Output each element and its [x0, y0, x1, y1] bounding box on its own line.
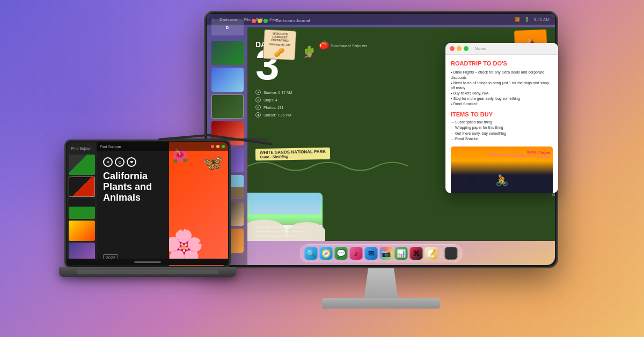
slide-right-panel: 🌸 🦋 🌺	[169, 142, 228, 266]
slide-icon-3: ❤	[127, 157, 136, 167]
slide-icon-2: ⊙	[115, 157, 125, 167]
ipad-frame: Find Sojourn Find Sojourn	[64, 140, 231, 268]
key	[125, 270, 148, 274]
macos-dock: 🔍 🧭 💬 ♪ ✉ 📷 📊 ⌘ 📝	[300, 244, 463, 262]
notes-list-item-2: Wrapping paper for this thing	[451, 125, 553, 131]
journal-app-title: Darkroom Journal	[276, 18, 310, 23]
pistachio-location: Alamogordo, NM	[269, 42, 290, 47]
dock-numbers[interactable]: 📊	[395, 247, 408, 260]
dock-music[interactable]: ♪	[350, 247, 363, 260]
journal-titlebar: Darkroom Journal	[247, 14, 555, 27]
ipad-main-content: Find Sojourn ✕ ⊙ ❤	[97, 142, 228, 266]
monitor-container:  Darkroom File Edit View 📶 🔋 9:41 AM D	[204, 11, 569, 322]
slide-main-title: California Plants and Animals	[103, 171, 163, 203]
monitor-stand-neck	[360, 268, 402, 301]
ipad-sidebar: Find Sojourn	[67, 142, 97, 266]
ipad-thumb-1[interactable]	[69, 155, 95, 175]
key	[101, 270, 124, 274]
notes-close-btn[interactable]	[450, 46, 455, 51]
ipad-screen: Find Sojourn Find Sojourn	[67, 142, 228, 266]
slide-icons-row: ✕ ⊙ ❤	[103, 157, 163, 167]
notes-min-btn[interactable]	[457, 46, 462, 51]
sidebar-thumb-3[interactable]	[211, 94, 244, 119]
wavy-path	[247, 156, 408, 177]
ipad-presentation-slide: ✕ ⊙ ❤ California Plants and Animals 2022…	[97, 142, 228, 266]
close-button[interactable]	[252, 19, 256, 23]
monitor-stand-base	[322, 298, 440, 309]
cyclist-icon: 🚴	[495, 174, 509, 187]
ipad-dot-green	[222, 145, 225, 148]
dock-safari[interactable]: 🧭	[320, 247, 333, 260]
notes-section-title: ITEMS TO BUY	[451, 111, 553, 118]
ipad-bottom-bar	[67, 259, 228, 265]
ipad-sidebar-header: Find Sojourn	[69, 145, 95, 151]
dock-messages[interactable]: 💬	[335, 247, 348, 260]
notes-list-item-1: Subscription box thing	[451, 120, 553, 126]
pistachio-sticker: WORLD'S LARGEST PISTACHIO Alamogordo, NM…	[263, 29, 297, 60]
butterfly-decoration: 🦋	[203, 153, 223, 172]
notes-image: 🚴 #Don't forget Add photo of this locati…	[451, 146, 553, 193]
notes-max-btn[interactable]	[464, 46, 469, 51]
notes-title-bar-text: Notes	[475, 46, 486, 51]
dont-forget-note: #Don't forget Add photo of this location…	[487, 148, 551, 159]
ipad-app-name: Find Sojourn	[100, 145, 121, 149]
ipad-dot-yellow	[216, 145, 219, 148]
slide-icon-1: ✕	[103, 157, 113, 167]
laptop-keyboard-base	[59, 267, 236, 277]
ipad-container: Find Sojourn Find Sojourn	[64, 140, 236, 290]
notes-titlebar: Notes	[445, 43, 558, 55]
notes-window[interactable]: Notes ROADTRIP TO DO'S • Drink Flights –…	[445, 43, 558, 193]
journal-description: 4 sentence description with wordsabout t…	[255, 225, 552, 238]
notes-list-item-4: Road Snacks!!	[451, 136, 553, 142]
notes-main-title: ROADTRIP TO DO'S	[451, 60, 553, 67]
dock-notes[interactable]: 📝	[425, 247, 438, 260]
ipad-thumb-4[interactable]	[69, 221, 95, 241]
dock-photos[interactable]: 📷	[380, 247, 393, 260]
ipad-thumb-3[interactable]	[69, 199, 95, 219]
key	[77, 270, 100, 274]
maximize-button[interactable]	[264, 19, 268, 23]
sidebar-thumb-2[interactable]	[211, 68, 244, 92]
notes-list-item-3: Get there early, buy something	[451, 131, 553, 137]
ipad-dot-red	[211, 145, 214, 148]
sidebar-thumb-1[interactable]	[211, 41, 244, 65]
dock-mail[interactable]: ✉	[365, 247, 378, 260]
ipad-top-controls	[211, 145, 225, 148]
keyboard-area	[59, 267, 236, 277]
key	[195, 270, 218, 274]
slide-left-panel: ✕ ⊙ ❤ California Plants and Animals 2022	[97, 142, 169, 266]
spacebar	[148, 270, 194, 274]
dock-divider	[441, 248, 442, 259]
ipad-thumb-2[interactable]	[69, 177, 95, 197]
sidebar-logo: D	[211, 19, 244, 35]
dock-downloads[interactable]	[445, 247, 458, 260]
notes-body-1: • Drink Flights – check for any extra de…	[451, 70, 553, 107]
dock-app1[interactable]: ⌘	[410, 247, 423, 260]
keyboard-row	[77, 270, 218, 274]
window-controls	[252, 19, 268, 23]
ipad-home-indicator	[134, 261, 161, 263]
ipad-top-bar: Find Sojourn	[97, 142, 228, 151]
notes-content: ROADTRIP TO DO'S • Drink Flights – check…	[445, 55, 558, 193]
minimize-button[interactable]	[258, 19, 262, 23]
tomato-sticker: 🍅	[317, 38, 331, 52]
dock-finder[interactable]: 🔍	[305, 247, 318, 260]
